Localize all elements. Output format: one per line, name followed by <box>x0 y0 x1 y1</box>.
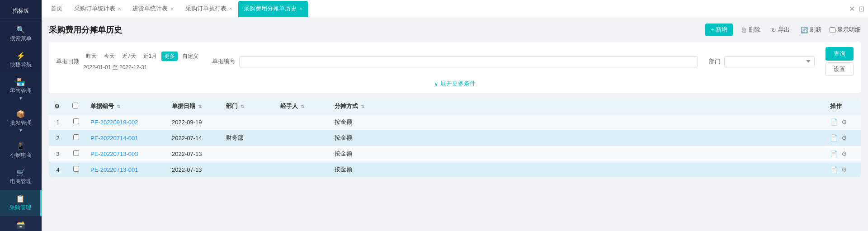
col-handler: 经手人 ⇅ <box>275 99 329 114</box>
refresh-icon: 🔄 <box>801 27 808 33</box>
expand-more[interactable]: ∨ 展开更多条件 <box>56 80 854 88</box>
sidebar-item-label: 采购管理 <box>9 204 31 212</box>
tab-close-purchase-order-exec[interactable]: × <box>229 6 232 11</box>
edit-icon-2[interactable]: 📄 <box>830 150 838 157</box>
doc-no-link-2[interactable]: PE-20220713-003 <box>90 151 138 157</box>
tab-purchase-order-exec[interactable]: 采购订单执行表 × <box>180 1 237 17</box>
table-row: 2 PE-20220714-001 2022-07-14 财务部 按金额 📄 ⚙ <box>49 130 861 146</box>
date-field: 单据日期 昨天 今天 近7天 近1月 更多 自定义 2022-01-01 至 2… <box>56 52 201 71</box>
doc-no-input[interactable] <box>239 56 698 67</box>
tab-close-all-icon[interactable]: ✕ <box>849 5 855 13</box>
doc-no-link-0[interactable]: PE-20220919-002 <box>90 119 138 126</box>
tab-home[interactable]: 首页 <box>45 1 68 17</box>
add-button[interactable]: + 新增 <box>705 24 733 36</box>
tab-purchase-fee-history[interactable]: 采购费用分摊单历史 × <box>238 1 307 17</box>
tab-purchase-order-summary[interactable]: 采购订单统计表 × <box>69 1 126 17</box>
row-doc-no-1: PE-20220714-001 <box>85 130 166 146</box>
add-label: + 新增 <box>711 26 727 34</box>
row-doc-no-0: PE-20220919-002 <box>85 114 166 130</box>
sidebar-item-quick[interactable]: ⚡ 快捷导航 <box>0 47 42 73</box>
doc-no-link-3[interactable]: PE-20220713-001 <box>90 166 138 173</box>
date-filter-more[interactable]: 更多 <box>161 52 178 61</box>
tab-purchase-goods-summary[interactable]: 进货单统计表 × <box>127 1 179 17</box>
doc-no-sort-icon[interactable]: ⇅ <box>117 104 120 109</box>
sidebar-item-search[interactable]: 🔍 搜索菜单 <box>0 21 42 47</box>
method-sort-icon[interactable]: ⇅ <box>361 104 364 109</box>
show-columns-input[interactable] <box>830 27 835 33</box>
more-icon-3[interactable]: ⚙ <box>841 166 847 173</box>
table-row: 4 PE-20220713-001 2022-07-13 按金额 📄 ⚙ <box>49 162 861 178</box>
doc-date-sort-icon[interactable]: ⇅ <box>198 104 202 109</box>
row-dept-3 <box>221 162 275 178</box>
col-settings[interactable]: ⚙ <box>49 99 67 114</box>
row-dept-0 <box>221 114 275 130</box>
row-select-1[interactable] <box>73 134 79 140</box>
row-select-0[interactable] <box>73 118 79 124</box>
sidebar-item-ecom[interactable]: 🛒 电商管理 <box>0 164 42 190</box>
show-columns-checkbox[interactable]: 显示明细 <box>830 26 861 34</box>
sidebar-item-wholesale[interactable]: 📦 批发管理 ▼ <box>0 105 42 137</box>
page-header: 采购费用分摊单历史 + 新增 🗑 删除 ↻ 导出 🔄 刷新 <box>49 24 861 36</box>
date-filters: 昨天 今天 近7天 近1月 更多 自定义 <box>83 52 201 61</box>
search-btn-group: 查询 设置 <box>826 47 854 76</box>
sidebar-item-label: 批发管理 <box>10 119 32 127</box>
row-handler-3 <box>275 162 329 178</box>
inventory-icon: 🗃️ <box>16 221 25 229</box>
edit-icon-3[interactable]: 📄 <box>830 166 838 173</box>
dept-field: 部门 <box>709 56 815 67</box>
table-header-row: ⚙ 单据编号 ⇅ 单据日期 ⇅ 部门 <box>49 99 861 114</box>
sidebar-logo: 指标版 <box>0 4 42 19</box>
date-filter-custom[interactable]: 自定义 <box>179 52 201 61</box>
dept-sort-icon[interactable]: ⇅ <box>241 104 244 109</box>
sidebar-item-inventory[interactable]: 🗃️ 库存核算 <box>0 216 42 231</box>
row-dept-1: 财务部 <box>221 130 275 146</box>
dept-select[interactable] <box>724 56 815 67</box>
row-index-0: 1 <box>49 114 67 130</box>
toolbar: + 新增 🗑 删除 ↻ 导出 🔄 刷新 显示明细 <box>705 24 861 36</box>
tab-close-purchase-order-summary[interactable]: × <box>118 6 121 11</box>
date-filter-today[interactable]: 今天 <box>101 52 118 61</box>
sidebar-item-mini[interactable]: 📱 小畅电商 <box>0 137 42 164</box>
row-select-3[interactable] <box>73 166 79 172</box>
table-row: 3 PE-20220713-003 2022-07-13 按金额 📄 ⚙ <box>49 146 861 162</box>
date-filter-7days[interactable]: 近7天 <box>119 52 139 61</box>
sidebar-item-purchase[interactable]: 📋 采购管理 <box>0 190 42 216</box>
sidebar-item-label: 搜索菜单 <box>10 35 32 42</box>
main-area: 首页 采购订单统计表 × 进货单统计表 × 采购订单执行表 × 采购费用分摊单历… <box>42 0 868 231</box>
doc-no-field: 单据编号 <box>212 56 698 67</box>
sidebar-item-retail[interactable]: 🏪 零售管理 ▼ <box>0 73 42 105</box>
date-filter-1month[interactable]: 近1月 <box>141 52 160 61</box>
refresh-button[interactable]: 🔄 刷新 <box>798 24 824 36</box>
col-doc-date: 单据日期 ⇅ <box>166 99 221 114</box>
tab-expand-icon[interactable]: ⊡ <box>859 5 864 13</box>
handler-sort-icon[interactable]: ⇅ <box>301 104 304 109</box>
row-select-2[interactable] <box>73 150 79 156</box>
wholesale-icon: 📦 <box>16 110 25 118</box>
col-method: 分摊方式 ⇅ <box>329 99 825 114</box>
row-action-2: 📄 ⚙ <box>825 146 861 162</box>
tab-bar-actions: ✕ ⊡ <box>849 5 864 13</box>
more-icon-2[interactable]: ⚙ <box>841 150 847 157</box>
row-dept-2 <box>221 146 275 162</box>
search-icon: 🔍 <box>16 25 25 34</box>
row-handler-0 <box>275 114 329 130</box>
expand-arrow-icon: ∨ <box>434 80 439 87</box>
delete-button[interactable]: 🗑 删除 <box>738 24 763 36</box>
doc-no-link-1[interactable]: PE-20220714-001 <box>90 135 138 141</box>
edit-icon-0[interactable]: 📄 <box>830 118 838 126</box>
sidebar: 指标版 🔍 搜索菜单 ⚡ 快捷导航 🏪 零售管理 ▼ 📦 批发管理 ▼ 📱 小畅… <box>0 0 42 231</box>
table-head: ⚙ 单据编号 ⇅ 单据日期 ⇅ 部门 <box>49 99 861 114</box>
edit-icon-1[interactable]: 📄 <box>830 134 838 141</box>
search-button[interactable]: 查询 <box>826 47 854 61</box>
col-dept: 部门 ⇅ <box>221 99 275 114</box>
export-button[interactable]: ↻ 导出 <box>769 24 793 36</box>
more-icon-1[interactable]: ⚙ <box>841 134 847 141</box>
date-filter-yesterday[interactable]: 昨天 <box>83 52 99 61</box>
tab-close-purchase-goods-summary[interactable]: × <box>170 6 173 11</box>
select-all-checkbox[interactable] <box>72 103 78 108</box>
tab-close-purchase-fee-history[interactable]: × <box>299 6 302 11</box>
export-icon: ↻ <box>771 27 776 33</box>
retail-icon: 🏪 <box>16 78 25 86</box>
settings-button[interactable]: 设置 <box>826 62 854 76</box>
more-icon-0[interactable]: ⚙ <box>841 118 847 126</box>
